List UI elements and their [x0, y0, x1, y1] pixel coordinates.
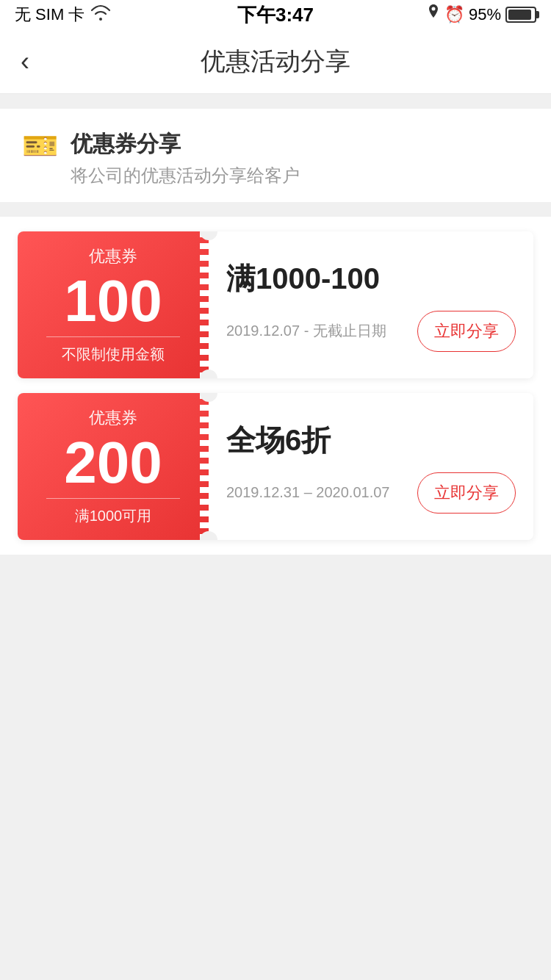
status-time: 下午3:47 [237, 2, 314, 28]
section-subtitle: 将公司的优惠活动分享给客户 [71, 164, 300, 187]
alarm-icon: ⏰ [444, 5, 464, 24]
battery-icon [505, 7, 536, 23]
coupon-condition: 满1000可用 [75, 506, 152, 526]
coupon-notch-bottom [200, 370, 217, 378]
coupon-footer: 2019.12.31 – 2020.01.07 立即分享 [226, 472, 516, 514]
battery-percent: 95% [469, 5, 501, 24]
empty-area [0, 555, 551, 980]
back-button[interactable]: ‹ [21, 46, 29, 77]
status-left: 无 SIM 卡 [15, 4, 111, 26]
location-icon [427, 4, 440, 25]
coupon-footer: 2019.12.07 - 无截止日期 立即分享 [226, 311, 516, 352]
nav-bar: ‹ 优惠活动分享 [0, 29, 551, 94]
coupon-right-1: 全场6折 2019.12.31 – 2020.01.07 立即分享 [209, 393, 533, 540]
coupon-condition: 不限制使用金额 [62, 345, 165, 364]
section-header: 🎫 优惠券分享 将公司的优惠活动分享给客户 [0, 109, 551, 202]
coupon-divider [46, 336, 180, 337]
status-bar: 无 SIM 卡 下午3:47 ⏰ 95% [0, 0, 551, 29]
coupon-name: 全场6折 [226, 420, 516, 461]
coupon-date: 2019.12.31 – 2020.01.07 [226, 484, 417, 501]
coupon-notch-top [200, 231, 217, 240]
coupon-notch-bottom [200, 531, 217, 540]
wifi-icon [90, 4, 111, 25]
share-button[interactable]: 立即分享 [417, 472, 516, 514]
coupon-right-0: 满1000-100 2019.12.07 - 无截止日期 立即分享 [209, 231, 533, 378]
coupon-label: 优惠券 [89, 245, 137, 267]
section-text: 优惠券分享 将公司的优惠活动分享给客户 [71, 129, 300, 187]
carrier-text: 无 SIM 卡 [15, 4, 84, 26]
coupon-label: 优惠券 [89, 407, 137, 429]
share-button[interactable]: 立即分享 [417, 311, 516, 352]
coupon-left-0: 优惠券 100 不限制使用金额 [18, 231, 209, 378]
coupon-list: 优惠券 100 不限制使用金额 满1000-100 2019.12.07 - 无… [0, 217, 551, 555]
coupon-icon: 🎫 [22, 131, 59, 160]
coupon-name: 满1000-100 [226, 259, 516, 299]
coupon-left-1: 优惠券 200 满1000可用 [18, 393, 209, 540]
coupon-date: 2019.12.07 - 无截止日期 [226, 321, 417, 341]
status-right: ⏰ 95% [427, 4, 536, 25]
coupon-notch-top [200, 393, 217, 402]
coupon-card: 优惠券 200 满1000可用 全场6折 2019.12.31 – 2020.0… [18, 393, 533, 540]
coupon-amount: 100 [64, 272, 162, 331]
page-title: 优惠活动分享 [201, 45, 350, 79]
coupon-card: 优惠券 100 不限制使用金额 满1000-100 2019.12.07 - 无… [18, 231, 533, 378]
coupon-amount: 200 [64, 433, 162, 492]
section-title: 优惠券分享 [71, 129, 300, 159]
coupon-divider [46, 498, 180, 499]
